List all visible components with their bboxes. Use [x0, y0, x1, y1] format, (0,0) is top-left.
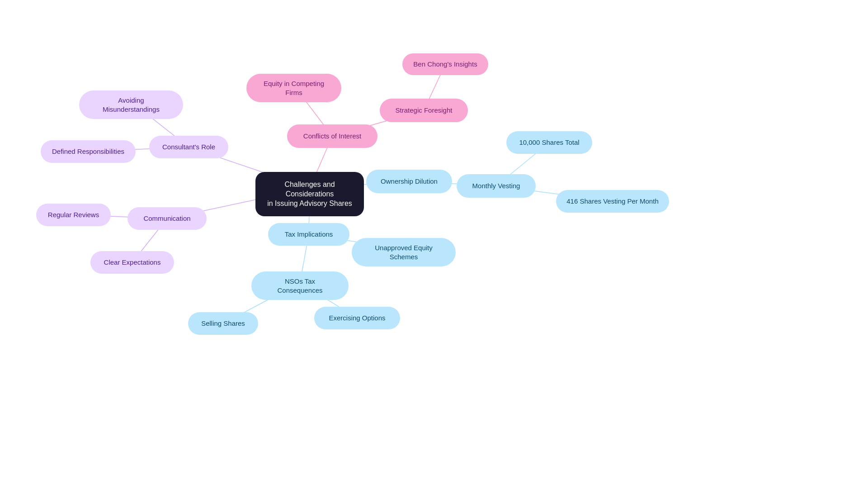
node-regularReviews: Regular Reviews: [36, 204, 111, 226]
node-sharesTotal: 10,000 Shares Total: [506, 131, 592, 154]
node-strategicForesight: Strategic Foresight: [380, 99, 468, 122]
node-communication: Communication: [127, 207, 207, 230]
node-taxImplications: Tax Implications: [268, 223, 349, 246]
node-center: Challenges and Considerations in Issuing…: [255, 172, 364, 216]
node-consultantRole: Consultant's Role: [149, 136, 228, 158]
node-exercisingOptions: Exercising Options: [314, 307, 400, 329]
node-definedResponsibilities: Defined Responsibilities: [41, 140, 136, 163]
node-benChong: Ben Chong's Insights: [402, 53, 488, 75]
node-monthlyVesting: Monthly Vesting: [457, 174, 536, 198]
node-sharesPerMonth: 416 Shares Vesting Per Month: [556, 190, 669, 213]
node-unapprovedEquity: Unapproved Equity Schemes: [352, 238, 456, 266]
node-clearExpectations: Clear Expectations: [90, 251, 174, 274]
node-nsosTax: NSOs Tax Consequences: [251, 271, 349, 300]
node-conflictsOfInterest: Conflicts of Interest: [287, 124, 377, 148]
mindmap-container: Challenges and Considerations in Issuing…: [0, 0, 868, 490]
node-equityCompeting: Equity in Competing Firms: [246, 74, 341, 102]
node-ownershipDilution: Ownership Dilution: [366, 170, 452, 193]
node-sellingShares: Selling Shares: [188, 312, 258, 335]
node-avoidingMisunderstandings: Avoiding Misunderstandings: [79, 90, 183, 119]
